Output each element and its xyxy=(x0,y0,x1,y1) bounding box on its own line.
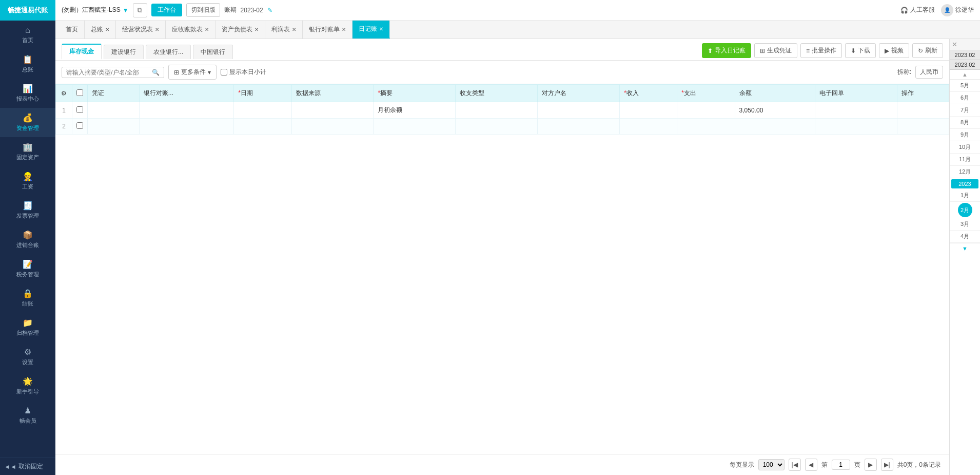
month-2[interactable]: 2月 xyxy=(958,203,972,217)
bank-tab-agriculture[interactable]: 农业银行... xyxy=(146,45,191,59)
sidebar-item-settings[interactable]: ⚙ 设置 xyxy=(0,342,55,371)
sidebar-item-member[interactable]: ♟ 畅会员 xyxy=(0,401,55,430)
tab-bank-statement[interactable]: 银行对账单 ✕ xyxy=(303,21,352,39)
total-info: 共0页，0条记录 xyxy=(897,461,941,469)
tab-close-icon[interactable]: ✕ xyxy=(342,27,346,32)
download-button[interactable]: ⬇ 下载 xyxy=(845,43,876,58)
close-period-icon: 🔒 xyxy=(23,289,33,298)
bank-tab-china[interactable]: 中国银行 xyxy=(193,45,233,59)
row-data-source xyxy=(291,102,374,119)
batch-op-button[interactable]: ≡ 批量操作 xyxy=(800,43,842,58)
purchase-sale-icon: 📦 xyxy=(23,230,33,240)
tab-ledger[interactable]: 总账 ✕ xyxy=(85,21,116,39)
tab-close-icon[interactable]: ✕ xyxy=(205,27,209,32)
tab-biz-status[interactable]: 经营状况表 ✕ xyxy=(116,21,166,39)
scroll-up-arrow[interactable]: ▲ xyxy=(950,70,980,80)
bank-tab-cash[interactable]: 库存现金 xyxy=(62,44,102,60)
generate-voucher-icon: ⊞ xyxy=(760,47,765,54)
period-info: 账期 2023-02 ✎ xyxy=(224,6,272,14)
month-9[interactable]: 9月 xyxy=(950,129,980,141)
month-1[interactable]: 1月 xyxy=(950,189,980,202)
month-3[interactable]: 3月 xyxy=(950,218,980,231)
month-12[interactable]: 12月 xyxy=(950,166,980,178)
tab-close-icon[interactable]: ✕ xyxy=(105,27,109,32)
summary-header: *摘要 xyxy=(374,85,456,102)
copy-icon[interactable]: ⧉ xyxy=(133,3,147,17)
month-7[interactable]: 7月 xyxy=(950,104,980,117)
month-11[interactable]: 11月 xyxy=(950,154,980,166)
currency-badge[interactable]: 人民币 xyxy=(915,66,943,79)
search-filter-row: 🔍 ⊞ 更多条件 ▾ 显示本日小计 拆称: 人民币 xyxy=(55,61,949,84)
more-filter-button[interactable]: ⊞ 更多条件 ▾ xyxy=(168,65,217,80)
sidebar-item-guide[interactable]: 🌟 新手引导 xyxy=(0,371,55,401)
company-name: (勿删）江西赋宝-LSS xyxy=(62,6,121,14)
month-10[interactable]: 10月 xyxy=(950,141,980,154)
tab-close-icon[interactable]: ✕ xyxy=(155,27,159,32)
row-income xyxy=(619,119,677,135)
sidebar-item-label: 畅会员 xyxy=(19,417,36,425)
tax-icon: 📝 xyxy=(23,259,33,269)
sidebar-item-ledger[interactable]: 📋 总账 xyxy=(0,49,55,79)
video-button[interactable]: ▶ 视频 xyxy=(879,43,909,58)
page-number-input[interactable] xyxy=(832,460,850,470)
refresh-button[interactable]: ↻ 刷新 xyxy=(912,43,943,58)
first-page-button[interactable]: |◀ xyxy=(789,459,801,471)
checkbox-col-header[interactable] xyxy=(72,85,88,102)
last-page-button[interactable]: ▶| xyxy=(881,459,893,471)
row-checkbox[interactable] xyxy=(72,102,88,119)
sidebar-item-home[interactable]: ⌂ 首页 xyxy=(0,21,55,49)
sidebar-item-invoices[interactable]: 🧾 发票管理 xyxy=(0,196,55,225)
sidebar-item-wages[interactable]: 👷 工资 xyxy=(0,166,55,196)
tab-profit[interactable]: 利润表 ✕ xyxy=(265,21,303,39)
import-journal-button[interactable]: ⬆ 导入日记账 xyxy=(702,43,751,58)
prev-page-button[interactable]: ◀ xyxy=(805,459,817,471)
scroll-down-arrow[interactable]: ▼ xyxy=(950,243,980,254)
tab-receivables[interactable]: 应收账款表 ✕ xyxy=(166,21,215,39)
row-income-type xyxy=(456,102,538,119)
tab-close-icon[interactable]: ✕ xyxy=(254,27,259,32)
search-input[interactable] xyxy=(66,69,152,76)
expense-header: *支出 xyxy=(677,85,735,102)
month-5[interactable]: 5月 xyxy=(950,80,980,92)
settings-col-header[interactable]: ⚙ xyxy=(56,85,72,102)
sidebar-item-tax[interactable]: 📝 税务管理 xyxy=(0,254,55,283)
tab-journal[interactable]: 日记账 ✕ xyxy=(352,21,390,39)
sidebar-item-purchase-sale[interactable]: 📦 进销台账 xyxy=(0,225,55,254)
batch-op-icon: ≡ xyxy=(806,47,810,54)
next-page-button[interactable]: ▶ xyxy=(865,459,877,471)
month-6[interactable]: 6月 xyxy=(950,92,980,104)
company-dropdown-icon[interactable]: ▼ xyxy=(123,7,129,14)
month-8[interactable]: 8月 xyxy=(950,117,980,129)
period-edit-icon[interactable]: ✎ xyxy=(267,7,272,14)
tab-home[interactable]: 首页 xyxy=(60,21,85,39)
tab-close-icon[interactable]: ✕ xyxy=(379,26,383,32)
sidebar-item-reports[interactable]: 📊 报表中心 xyxy=(0,79,55,108)
sidebar: 畅捷通易代账 ⌂ 首页 📋 总账 📊 报表中心 💰 资金管理 🏢 固定资产 👷 … xyxy=(0,0,55,475)
main-tabs: 首页 总账 ✕ 经营状况表 ✕ 应收账款表 ✕ 资产负债表 ✕ 利润表 ✕ 银行… xyxy=(55,21,980,39)
sidebar-item-funds[interactable]: 💰 资金管理 xyxy=(0,108,55,137)
old-version-button[interactable]: 切到旧版 xyxy=(186,3,220,17)
generate-voucher-button[interactable]: ⊞ 生成凭证 xyxy=(754,43,797,58)
page-size-select[interactable]: 100 50 200 xyxy=(758,459,785,470)
bank-tab-construction[interactable]: 建设银行 xyxy=(104,45,144,59)
user-menu[interactable]: 👤 徐逻华 xyxy=(941,4,974,16)
row-date xyxy=(234,119,291,135)
customer-service-link[interactable]: 🎧 人工客服 xyxy=(900,6,935,14)
search-icon[interactable]: 🔍 xyxy=(152,69,160,76)
company-selector[interactable]: (勿删）江西赋宝-LSS ▼ xyxy=(62,6,129,14)
worktable-button[interactable]: 工作台 xyxy=(151,4,182,16)
search-box[interactable]: 🔍 xyxy=(62,67,164,78)
sidebar-item-label: 归档管理 xyxy=(16,329,39,337)
unpin-sidebar-button[interactable]: ◄◄ 取消固定 xyxy=(0,458,55,475)
show-daily-subtotal-checkbox[interactable]: 显示本日小计 xyxy=(221,68,266,77)
sidebar-item-assets[interactable]: 🏢 固定资产 xyxy=(0,137,55,166)
tab-close-icon[interactable]: ✕ xyxy=(292,27,296,32)
sidebar-item-close[interactable]: 🔒 结账 xyxy=(0,283,55,313)
month-4[interactable]: 4月 xyxy=(950,231,980,243)
row-actions xyxy=(897,119,949,135)
sidebar-item-archive[interactable]: 📁 归档管理 xyxy=(0,313,55,342)
row-checkbox[interactable] xyxy=(72,119,88,135)
panel-close-button[interactable]: ✕ xyxy=(952,41,957,48)
row-balance xyxy=(735,119,815,135)
tab-assets-liabilities[interactable]: 资产负债表 ✕ xyxy=(215,21,265,39)
